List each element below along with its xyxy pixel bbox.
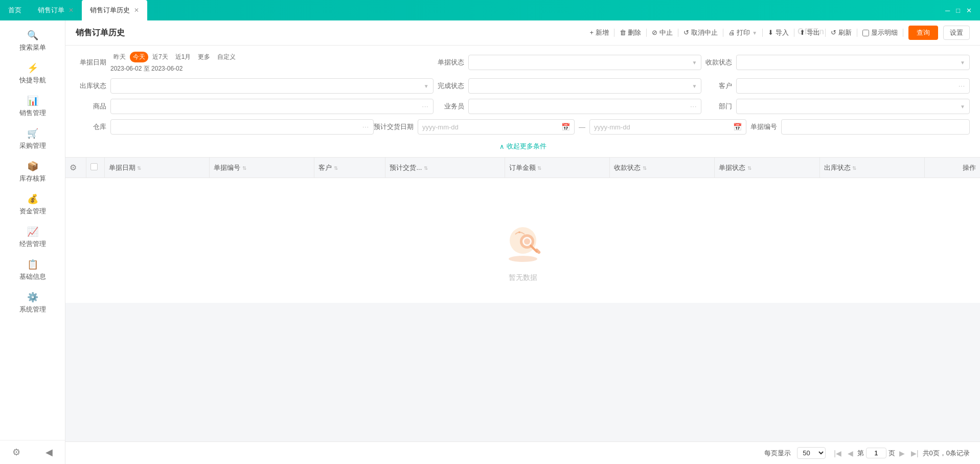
print-button[interactable]: 🖨 打印 ▼ [728,28,758,37]
table-settings-icon[interactable]: ⚙ [70,163,77,172]
collapse-icon: ∧ [499,143,505,150]
th-customer[interactable]: 客户 ⇅ [314,158,385,178]
complete-status-filter: 完成状态 ▼ [434,78,702,94]
sidebar-item-sys-mgmt[interactable]: ⚙️系统管理 [0,286,65,319]
date-btn-custom[interactable]: 自定义 [214,52,239,62]
svg-point-0 [509,256,537,262]
settings-button[interactable]: 设置 [943,26,970,40]
sidebar-item-ops-mgmt[interactable]: 📈经营管理 [0,221,65,254]
sidebar-label-ops-mgmt: 经营管理 [19,239,46,249]
sidebar-item-finance-mgmt[interactable]: 💰资金管理 [0,188,65,221]
th-date[interactable]: 单据日期 ⇅ [104,158,209,178]
delivery-end-input[interactable] [594,123,733,131]
delete-button[interactable]: 🗑 删除 [620,28,642,37]
tab-sales-order-history[interactable]: 销售订单历史✕ [82,0,147,20]
warehouse-control[interactable]: ··· [110,119,374,135]
new-button[interactable]: + 新增 [590,28,609,37]
dept-control[interactable]: ▼ [736,99,970,114]
salesperson-more-icon: ··· [690,103,697,110]
sidebar-label-inventory-check: 库存核算 [19,174,46,183]
date-btn-more[interactable]: 更多 [195,52,213,62]
date-btn-last1m[interactable]: 近1月 [172,52,194,62]
complete-status-control[interactable]: ▼ [468,78,702,94]
sidebar-item-inventory-check[interactable]: 📦库存核算 [0,156,65,188]
collapse-row[interactable]: ∧ 收起更多条件 [76,140,970,151]
show-detail-checkbox[interactable]: 显示明细 [862,28,898,37]
date-btn-today[interactable]: 今天 [130,52,148,62]
sidebar-item-basic-info[interactable]: 📋基础信息 [0,254,65,286]
cancel-stop-button[interactable]: ↺ 取消中止 [683,28,718,37]
delivery-date-start[interactable]: 📅 [418,119,575,135]
collapse-sidebar-icon[interactable]: ◀ [45,447,53,458]
order-status-control[interactable]: ▼ [468,55,702,70]
sidebar-item-sales-mgmt[interactable]: 📊销售管理 [0,90,65,123]
date-btn-last7d[interactable]: 近7天 [149,52,171,62]
th-amount-label: 订单金额 [509,164,536,171]
calendar-end-icon[interactable]: 📅 [733,123,742,131]
date-filter-item: 单据日期 昨天 今天 近7天 近1月 更多 自定义 2023-06-02 至 2… [76,52,434,73]
receipt-status-control[interactable]: ▼ [736,55,970,70]
order-number-filter: 单据编号 [746,119,970,135]
out-stock-control[interactable]: ▼ [110,78,434,94]
sidebar-item-quick-nav[interactable]: ⚡快捷导航 [0,57,65,90]
th-settings: ⚙ [65,158,86,178]
page-title: 销售订单历史 [76,28,125,38]
stop-button[interactable]: ⊘ 中止 [652,28,673,37]
dept-label: 部门 [701,102,732,111]
th-order-status[interactable]: 单据状态 ⇅ [715,158,819,178]
dept-arrow-icon: ▼ [960,104,965,109]
export-button[interactable]: ⬆ 导出 [800,28,821,37]
order-number-control[interactable] [781,119,970,135]
th-out-status[interactable]: 出库状态 ⇅ [819,158,924,178]
page-first-btn[interactable]: |◀ [832,448,844,458]
sidebar-item-purchase-mgmt[interactable]: 🛒采购管理 [0,123,65,156]
receipt-status-label: 收款状态 [701,58,732,67]
tab-close-sales-order[interactable]: ✕ [69,7,74,14]
basic-info-icon: 📋 [27,259,38,270]
window-close-icon[interactable]: ✕ [966,7,972,14]
divider [678,29,678,37]
refresh-button[interactable]: ↺ 刷新 [831,28,852,37]
settings-bottom-icon[interactable]: ⚙ [12,447,20,458]
tab-home[interactable]: 首页 [0,0,30,20]
page-input[interactable] [866,448,886,458]
delivery-date-end[interactable]: 📅 [589,119,746,135]
warehouse-label: 仓库 [76,122,106,131]
tab-close-sales-order-history[interactable]: ✕ [134,7,139,14]
th-delivery[interactable]: 预计交货... ⇅ [385,158,505,178]
th-amount[interactable]: 订单金额 ⇅ [505,158,609,178]
page-next-btn[interactable]: ▶ [897,448,907,458]
window-controls: ─ □ ✕ [945,7,980,14]
tab-sales-order[interactable]: 销售订单✕ [30,0,82,20]
page-last-btn[interactable]: ▶| [909,448,921,458]
query-button[interactable]: 查询 [908,26,938,40]
purchase-mgmt-icon: 🛒 [27,128,38,139]
window-max-icon[interactable]: □ [956,7,960,14]
per-page-select[interactable]: 50 10 20 100 [797,447,826,459]
show-detail-input[interactable] [862,30,869,36]
page-prev-btn[interactable]: ◀ [846,448,855,458]
product-control[interactable]: ··· [110,99,434,114]
delivery-start-input[interactable] [422,123,561,131]
receipt-status-arrow-icon: ▼ [960,60,965,65]
divider [723,29,723,37]
svg-point-4 [524,238,530,245]
salesperson-control[interactable]: ··· [468,99,702,114]
th-number[interactable]: 单据编号 ⇅ [209,158,314,178]
th-out-status-label: 出库状态 [824,164,851,171]
sidebar-item-search-menu[interactable]: 🔍搜索菜单 [0,25,65,57]
ops-mgmt-icon: 📈 [27,226,38,237]
calendar-start-icon[interactable]: 📅 [561,123,570,131]
date-label: 单据日期 [76,58,106,67]
import-button[interactable]: ⬇ 导入 [768,28,789,37]
filter-row-1: 单据日期 昨天 今天 近7天 近1月 更多 自定义 2023-06-02 至 2… [76,52,970,73]
customer-control[interactable]: ··· [736,78,970,94]
divider [903,29,903,37]
window-min-icon[interactable]: ─ [945,7,950,14]
th-receipt-status[interactable]: 收款状态 ⇅ [609,158,714,178]
search-menu-icon: 🔍 [27,30,38,41]
select-all-checkbox[interactable] [90,163,98,170]
th-order-status-label: 单据状态 [719,164,745,171]
th-amount-sort-icon: ⇅ [537,165,541,171]
date-btn-yesterday[interactable]: 昨天 [110,52,129,62]
